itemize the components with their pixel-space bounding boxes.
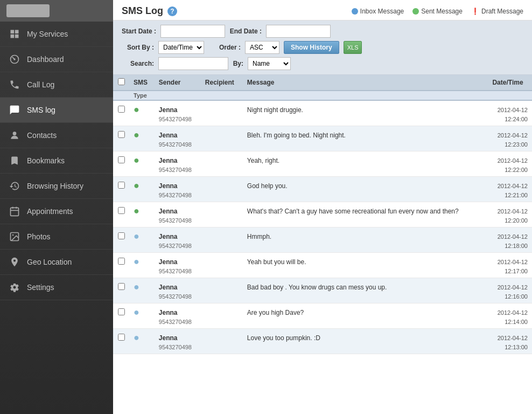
message-text: Bad bad boy . You know drugs can mess yo… xyxy=(247,284,387,291)
row-message-cell: Hmmph. xyxy=(243,227,488,243)
row-message-cell: Bad bad boy . You know drugs can mess yo… xyxy=(243,278,488,293)
row-recipient-cell xyxy=(201,202,243,217)
table-row-sub: 9543270498 12:20:00 xyxy=(113,217,532,227)
row-checkbox[interactable] xyxy=(118,232,125,239)
subcol-empty xyxy=(113,91,129,100)
search-input[interactable] xyxy=(158,57,228,70)
sidebar-item-contacts[interactable]: Contacts xyxy=(0,123,113,148)
row-type-cell: ● xyxy=(129,151,155,167)
sidebar-item-settings[interactable]: Settings xyxy=(0,275,113,300)
table-row: ● Jenna Yeah, right. 2012-04-12 xyxy=(113,151,532,167)
dashboard-icon xyxy=(9,53,20,65)
by-select[interactable]: Name Number Message xyxy=(248,57,291,70)
sidebar-item-sms-log[interactable]: SMS log xyxy=(0,98,113,123)
message-text: Night night druggie. xyxy=(247,106,303,114)
sidebar-item-photos[interactable]: Photos xyxy=(0,224,113,250)
table-row-sub: 9543270498 12:22:00 xyxy=(113,166,532,177)
row-type-cell: ● xyxy=(129,303,155,319)
order-select[interactable]: ASC DESC xyxy=(245,41,279,54)
table-row-sub: 9543270498 12:18:00 xyxy=(113,242,532,253)
sidebar-item-call-log[interactable]: Call Log xyxy=(0,72,113,98)
sender-number: 9543270498 xyxy=(159,344,192,350)
row-checkbox[interactable] xyxy=(118,308,125,315)
row-sender-cell: Jenna xyxy=(155,303,201,319)
sent-icon: ● xyxy=(134,180,139,191)
row-checkbox[interactable] xyxy=(118,156,125,163)
sidebar-item-geo-location[interactable]: Geo Location xyxy=(0,250,113,275)
help-icon[interactable]: ? xyxy=(167,6,177,16)
row-sub-empty xyxy=(113,166,129,177)
sidebar-item-browsing-history[interactable]: Browsing History xyxy=(0,174,113,199)
row-checkbox[interactable] xyxy=(118,283,125,290)
row-checkbox-cell xyxy=(113,253,129,268)
sidebar-label-bookmarks: Bookmarks xyxy=(27,156,65,165)
row-time-cell: 12:24:00 xyxy=(488,115,532,126)
person-icon xyxy=(9,129,20,141)
row-date-top-cell: 2012-04-12 xyxy=(488,303,532,319)
start-date-label: Start Date : xyxy=(122,27,156,35)
sender-number: 9543270498 xyxy=(159,116,192,122)
row-checkbox[interactable] xyxy=(118,334,125,341)
sms-table-body: ● Jenna Night night druggie. 2012-04-12 … xyxy=(113,100,532,354)
row-date-top-cell: 2012-04-12 xyxy=(488,227,532,243)
row-checkbox-cell xyxy=(113,177,129,192)
row-type-cell: ● xyxy=(129,278,155,293)
draft-label: Draft Message xyxy=(481,8,523,15)
svg-point-6 xyxy=(13,132,17,135)
row-checkbox[interactable] xyxy=(118,258,125,265)
row-checkbox[interactable] xyxy=(118,207,125,214)
row-sub-empty xyxy=(113,191,129,202)
row-checkbox[interactable] xyxy=(118,106,125,113)
row-message-cell: Are you high Dave? xyxy=(243,303,488,319)
row-recipient-cell xyxy=(201,303,243,319)
row-time-cell: 12:17:00 xyxy=(488,267,532,278)
inbox-icon: ● xyxy=(134,256,139,267)
sender-name: Jenna xyxy=(159,233,178,240)
row-sender-cell: Jenna xyxy=(155,278,201,293)
excel-export-button[interactable]: XLS xyxy=(344,41,362,54)
sms-table: SMS Sender Recipient Message Date/Time T… xyxy=(113,75,532,354)
end-date-input[interactable] xyxy=(266,25,331,38)
row-sender-num-cell: 9543270498 xyxy=(155,242,201,253)
message-text: Yeah but you will be. xyxy=(247,258,306,266)
row-sub-message xyxy=(243,217,488,227)
row-checkbox-cell xyxy=(113,303,129,319)
inbox-icon: ● xyxy=(134,281,139,292)
row-recipient-cell xyxy=(201,329,243,344)
row-message-cell: Bleh. I'm going to bed. Night night. xyxy=(243,126,488,141)
row-recipient-cell xyxy=(201,126,243,141)
row-sub-empty xyxy=(113,217,129,227)
sidebar-item-dashboard[interactable]: Dashboard xyxy=(0,47,113,72)
row-sender-num-cell: 9543270498 xyxy=(155,191,201,202)
row-checkbox-cell xyxy=(113,227,129,243)
row-checkbox-cell xyxy=(113,126,129,141)
row-sub-message xyxy=(243,267,488,278)
start-date-input[interactable] xyxy=(160,25,225,38)
table-row-sub: 9543270498 12:13:00 xyxy=(113,343,532,354)
row-sub-recipient xyxy=(201,115,243,126)
row-recipient-cell xyxy=(201,151,243,167)
sort-by-select[interactable]: Date/Time Sender Recipient xyxy=(158,41,204,54)
sidebar-item-my-services[interactable]: My Services xyxy=(0,22,113,47)
sender-number: 9543270498 xyxy=(159,217,192,224)
row-sub-recipient xyxy=(201,191,243,202)
show-history-button[interactable]: Show History xyxy=(284,41,339,54)
select-all-checkbox[interactable] xyxy=(118,78,125,85)
sidebar-label-settings: Settings xyxy=(27,283,54,292)
svg-rect-0 xyxy=(11,30,15,34)
sidebar-item-appointments[interactable]: Appointments xyxy=(0,199,113,224)
row-sub-type xyxy=(129,115,155,126)
row-checkbox[interactable] xyxy=(118,131,125,138)
row-sub-empty xyxy=(113,267,129,278)
row-sender-num-cell: 9543270498 xyxy=(155,141,201,151)
row-checkbox[interactable] xyxy=(118,182,125,189)
row-type-cell: ● xyxy=(129,126,155,141)
row-sender-num-cell: 9543270498 xyxy=(155,166,201,177)
search-label: Search: xyxy=(122,60,154,67)
row-time-cell: 12:18:00 xyxy=(488,242,532,253)
sidebar-item-bookmarks[interactable]: Bookmarks xyxy=(0,148,113,174)
svg-rect-3 xyxy=(15,34,19,38)
sender-number: 9543270498 xyxy=(159,268,192,274)
table-row: ● Jenna What's that? Can't a guy have so… xyxy=(113,202,532,217)
svg-point-5 xyxy=(13,58,15,60)
